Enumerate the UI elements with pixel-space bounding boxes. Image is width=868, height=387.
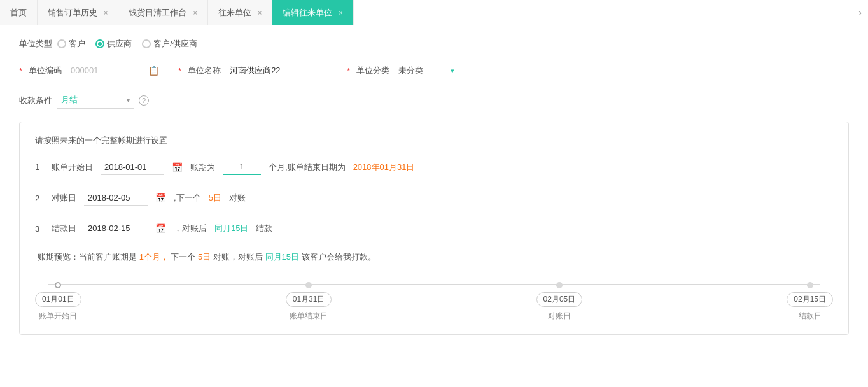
radio-group: 客户 供应商 客户/供应商: [57, 38, 197, 50]
unit-code-icon[interactable]: 📋: [148, 66, 159, 76]
radio-both[interactable]: 客户/供应商: [142, 38, 197, 50]
timeline-badge-2: 02月05日: [536, 292, 583, 307]
step3-row: 3 结款日 📅 ，对账后 同月15日 结款: [35, 221, 833, 236]
unit-type-group: 单位类型 客户 供应商 客户/供应商: [19, 38, 197, 50]
unit-classify-value: 未分类: [398, 65, 448, 76]
tab-home[interactable]: 首页: [0, 0, 38, 25]
timeline-items: 01月01日 账单开始日 01月31日 账单结束日 02月05日 对账日 02月…: [35, 282, 833, 321]
preview-text3: 该客户会给我打款。: [302, 252, 376, 262]
section-title: 请按照未来的一个完整帐期进行设置: [35, 135, 833, 146]
step1-date-input[interactable]: [101, 160, 164, 175]
tab-partner[interactable]: 往来单位 ×: [208, 0, 272, 25]
step3-date-input[interactable]: [84, 221, 148, 236]
radio-supplier-label: 供应商: [107, 38, 132, 50]
tab-cash-work[interactable]: 钱货日清工作台 ×: [118, 0, 207, 25]
step2-row: 2 对账日 📅 ,下一个 5日 对账: [35, 190, 833, 206]
step1-end-date: 2018年01月31日: [353, 162, 415, 173]
unit-name-star: *: [178, 66, 181, 76]
timeline-dot-1: [305, 282, 312, 288]
payment-group: 收款条件 月结 ▾ ?: [19, 92, 149, 109]
timeline-badge-0: 01月01日: [35, 292, 81, 307]
timeline-dot-0: [55, 282, 61, 288]
unit-info-row: * 单位编码 📋 * 单位名称 * 单位分类 未分类 ▾: [19, 62, 849, 79]
payment-select[interactable]: 月结 ▾: [57, 92, 134, 109]
radio-customer[interactable]: 客户: [57, 38, 85, 50]
timeline-badge-3: 02月15日: [787, 292, 833, 307]
step1-num: 1: [35, 162, 44, 172]
classify-dropdown-arrow: ▾: [451, 67, 454, 75]
tab-expand-button[interactable]: ›: [852, 0, 868, 25]
timeline-item-1: 01月31日 账单结束日: [286, 282, 332, 321]
radio-both-label: 客户/供应商: [153, 38, 197, 50]
unit-code-label: 单位编码: [29, 65, 62, 76]
tab-sales-history-label: 销售订单历史: [48, 7, 97, 18]
tab-bar: 首页 销售订单历史 × 钱货日清工作台 × 往来单位 × 编辑往来单位 × ›: [0, 0, 868, 25]
preview-label: 账期预览：当前客户账期是: [38, 252, 137, 262]
unit-type-label: 单位类型: [19, 38, 52, 50]
payment-help-icon[interactable]: ?: [139, 95, 149, 106]
tab-edit-partner-close[interactable]: ×: [339, 9, 342, 17]
step3-desc-after: 结款: [256, 223, 272, 234]
preview-highlight3: 同月15日: [265, 252, 299, 262]
preview-text2: 对账，对账后: [213, 252, 263, 262]
timeline-sublabel-0: 账单开始日: [39, 311, 77, 321]
step3-desc-before: ，对账后: [174, 223, 207, 234]
payment-dropdown-arrow: ▾: [127, 97, 130, 104]
step2-desc-after: 对账: [229, 192, 246, 204]
main-content: 单位类型 客户 供应商 客户/供应商 * 单位编码: [0, 25, 868, 387]
unit-type-row: 单位类型 客户 供应商 客户/供应商: [19, 38, 849, 50]
unit-classify-select[interactable]: 未分类 ▾: [395, 62, 458, 79]
step1-period-unit: 个月,账单结束日期为: [269, 162, 346, 173]
tab-cash-work-label: 钱货日清工作台: [129, 7, 186, 18]
step3-label: 结款日: [52, 223, 76, 234]
section-box: 请按照未来的一个完整帐期进行设置 1 账单开始日 📅 账期为 个月,账单结束日期…: [19, 122, 849, 335]
step1-period-before: 账期为: [190, 162, 215, 173]
preview-text1: 下一个: [171, 252, 195, 262]
tab-edit-partner-label: 编辑往来单位: [283, 7, 332, 18]
timeline-sublabel-3: 结款日: [799, 311, 822, 321]
radio-customer-label: 客户: [69, 38, 85, 50]
timeline-badge-1: 01月31日: [286, 292, 332, 307]
step1-period-input[interactable]: [223, 159, 261, 175]
payment-label: 收款条件: [19, 95, 52, 106]
tab-sales-history[interactable]: 销售订单历史 ×: [38, 0, 118, 25]
step3-cal-icon[interactable]: 📅: [155, 223, 166, 234]
step2-date-input[interactable]: [84, 190, 148, 206]
step1-row: 1 账单开始日 📅 账期为 个月,账单结束日期为 2018年01月31日: [35, 159, 833, 175]
step1-label: 账单开始日: [52, 162, 93, 173]
unit-classify-star: *: [347, 66, 350, 76]
timeline-sublabel-1: 账单结束日: [290, 311, 328, 321]
timeline-item-0: 01月01日 账单开始日: [35, 282, 81, 321]
tab-sales-history-close[interactable]: ×: [104, 9, 108, 17]
tab-cash-work-close[interactable]: ×: [193, 9, 197, 17]
step2-num: 2: [35, 194, 44, 203]
unit-name-input[interactable]: [226, 63, 328, 78]
tab-home-label: 首页: [10, 7, 27, 18]
radio-both-circle: [142, 39, 151, 48]
step2-highlight-date: 5日: [209, 192, 221, 204]
tab-partner-label: 往来单位: [218, 7, 251, 18]
preview-highlight2: 5日: [198, 252, 211, 262]
timeline-item-2: 02月05日 对账日: [536, 282, 583, 321]
payment-row: 收款条件 月结 ▾ ?: [19, 92, 849, 109]
unit-code-input[interactable]: [67, 63, 143, 78]
unit-classify-label: 单位分类: [356, 65, 389, 76]
step3-num: 3: [35, 224, 44, 234]
radio-supplier[interactable]: 供应商: [95, 38, 132, 50]
unit-code-star: *: [19, 66, 22, 76]
step2-label: 对账日: [52, 192, 76, 204]
tab-edit-partner[interactable]: 编辑往来单位 ×: [272, 0, 353, 25]
unit-name-label: 单位名称: [188, 65, 221, 76]
unit-name-group: * 单位名称: [178, 63, 328, 78]
radio-supplier-circle: [95, 39, 104, 48]
preview-area: 账期预览：当前客户账期是 1个月， 下一个 5日 对账，对账后 同月15日 该客…: [35, 251, 833, 263]
timeline-sublabel-2: 对账日: [548, 311, 571, 321]
step1-cal-icon[interactable]: 📅: [172, 162, 183, 172]
timeline: 01月01日 账单开始日 01月31日 账单结束日 02月05日 对账日 02月…: [35, 276, 833, 321]
radio-customer-circle: [57, 39, 66, 48]
timeline-dot-3: [807, 282, 813, 288]
step3-highlight-date: 同月15日: [214, 223, 248, 234]
tab-partner-close[interactable]: ×: [258, 9, 262, 17]
unit-classify-group: * 单位分类 未分类 ▾: [347, 62, 458, 79]
step2-cal-icon[interactable]: 📅: [155, 193, 166, 203]
